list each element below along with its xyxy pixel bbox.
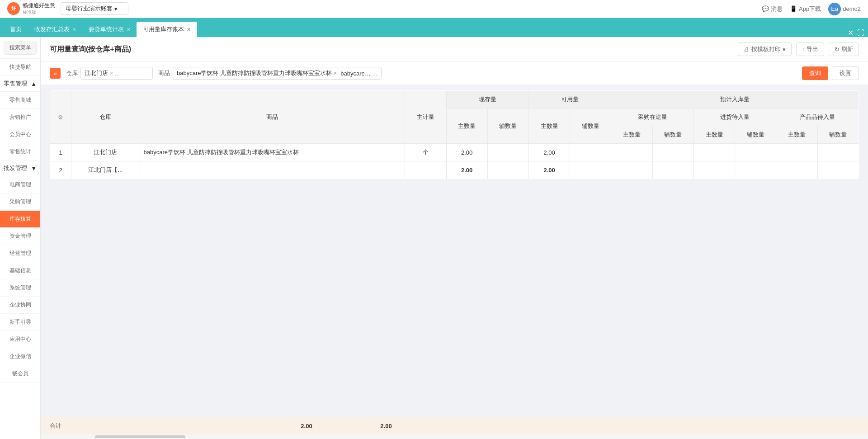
logo-text-block: 畅捷通好生意 标准版 (23, 2, 55, 15)
tab-可用量库存账本[interactable]: 可用量库存账本 × (137, 22, 197, 37)
sidebar-search-area: 搜索菜单 (0, 37, 40, 59)
product-input[interactable]: babycare学饮杯 儿童防摔防撞吸管杯重力球吸嘴杯宝宝水杯 × babyca… (173, 67, 382, 80)
th-in-aux: 辅数量 (735, 126, 776, 144)
settings-icon[interactable]: ⚙ (58, 114, 63, 121)
tab-home[interactable]: 首页 (4, 22, 28, 37)
footer-avail-main: 2.00 (368, 423, 404, 430)
product-tag1-close[interactable]: × (334, 70, 337, 76)
sidebar-item-资金管理[interactable]: 资金管理 (0, 228, 40, 245)
warehouse-more[interactable]: ... (115, 70, 120, 77)
product-tag2: babycare… (340, 70, 370, 77)
th-pt-aux: 辅数量 (652, 126, 693, 144)
th-planned-in: 预计入库量 (611, 91, 859, 109)
tab-要货单统计表[interactable]: 要货单统计表 × (82, 22, 137, 37)
th-settings[interactable]: ⚙ (50, 91, 71, 144)
logo-icon: 好 (7, 2, 20, 15)
product-value2: babycare… (340, 70, 370, 77)
th-avail-aux: 辅数量 (570, 109, 611, 144)
th-warehouse: 仓库 (71, 91, 140, 144)
cell-pp-aux (817, 161, 859, 179)
user-area[interactable]: Ea demo2 (828, 3, 861, 15)
warehouse-input[interactable]: 江北门店 × ... (80, 67, 153, 80)
message-label: 消息 (771, 5, 783, 13)
sidebar-item-零售商城[interactable]: 零售商城 (0, 92, 40, 109)
sidebar-item-新手引导[interactable]: 新手引导 (0, 314, 40, 331)
product-tag1: babycare学饮杯 儿童防摔防撞吸管杯重力球吸嘴杯宝宝水杯 × (177, 69, 337, 77)
th-product-pending: 产品品待入量 (776, 109, 859, 126)
table-row: 1 江北门店 babycare学饮杯 儿童防摔防撞吸管杯重力球吸嘴杯宝宝水杯 个… (50, 144, 859, 161)
sidebar-item-基础信息[interactable]: 基础信息 (0, 262, 40, 279)
page-title: 可用量查询(按仓库+商品) (50, 45, 131, 54)
cell-current-main: 2.00 (446, 161, 487, 179)
maximize-btn[interactable]: ⛶ (857, 29, 864, 37)
sidebar-item-经营管理[interactable]: 经营管理 (0, 245, 40, 262)
sidebar-item-企业协同[interactable]: 企业协同 (0, 297, 40, 314)
phone-icon: 📱 (790, 5, 797, 12)
sidebar-item-营销推广[interactable]: 营销推广 (0, 109, 40, 126)
cell-pp-main (776, 144, 817, 161)
tab-bar-right: ✕ ⛶ (848, 28, 868, 37)
sidebar-item-采购管理[interactable]: 采购管理 (0, 194, 40, 211)
cell-index: 1 (50, 144, 71, 161)
th-product: 商品 (140, 91, 405, 144)
settings-label: 设置 (840, 70, 851, 76)
horizontal-scrollbar[interactable] (41, 434, 868, 439)
query-btn[interactable]: 查询 (802, 66, 828, 80)
message-btn[interactable]: 💬 消息 (762, 5, 783, 13)
data-table: ⚙ 仓库 商品 主计量 现存量 可用量 预计入库量 主数量 辅数量 主数量 辅数… (50, 90, 859, 179)
user-name: demo2 (843, 5, 861, 12)
refresh-btn[interactable]: ↻ 刷新 (829, 42, 859, 56)
sidebar-item-电商管理[interactable]: 电商管理 (0, 176, 40, 194)
th-pp-main: 主数量 (776, 126, 817, 144)
th-in-main: 主数量 (693, 126, 735, 144)
sidebar-item-应用中心[interactable]: 应用中心 (0, 331, 40, 348)
table-footer: 合计 2.00 2.00 (41, 417, 868, 434)
scrollbar-thumb[interactable] (95, 435, 185, 438)
warehouse-tag-close[interactable]: × (110, 70, 113, 76)
product-more[interactable]: ... (373, 70, 377, 77)
cell-avail-aux (570, 144, 611, 161)
sidebar-item-畅会员[interactable]: 畅会员 (0, 365, 40, 382)
search-menu-btn[interactable]: 搜索菜单 (4, 41, 37, 55)
sidebar-item-零售统计[interactable]: 零售统计 (0, 143, 40, 160)
industry-select[interactable]: 母婴行业演示账套 ▾ (61, 2, 128, 15)
tab-收发存汇总表[interactable]: 收发存汇总表 × (28, 22, 82, 37)
app-download-btn[interactable]: 📱 App下载 (790, 5, 821, 13)
sidebar-item-零售管理[interactable]: 零售管理 ▲ (0, 76, 40, 92)
th-available: 可用量 (528, 91, 611, 109)
sidebar-item-企业微信[interactable]: 企业微信 (0, 348, 40, 365)
th-pt-main: 主数量 (611, 126, 652, 144)
print-btn[interactable]: 🖨 按模板打印 ▾ (738, 42, 792, 56)
cell-avail-aux (570, 161, 611, 179)
sidebar-item-库存核算[interactable]: 库存核算 (0, 211, 40, 228)
cell-pt-aux (652, 161, 693, 179)
tab-close-icon[interactable]: × (72, 26, 76, 33)
tab-label: 收发存汇总表 (34, 25, 70, 33)
warehouse-label: 仓库 (66, 69, 78, 77)
tab-close-icon[interactable]: × (187, 26, 190, 33)
export-icon: ↑ (802, 46, 805, 53)
logo-sub: 标准版 (23, 9, 55, 15)
product-filter-group: 商品 babycare学饮杯 儿童防摔防撞吸管杯重力球吸嘴杯宝宝水杯 × bab… (158, 67, 382, 80)
export-btn[interactable]: ↑ 导出 (796, 42, 825, 56)
chevron-down-icon: ▼ (31, 165, 37, 172)
filter-toggle-btn[interactable]: » (50, 68, 61, 79)
product-label: 商品 (158, 69, 170, 77)
filter-actions: 查询 设置 (802, 66, 859, 80)
th-unit: 主计量 (405, 91, 446, 144)
sidebar-item-系统管理[interactable]: 系统管理 (0, 279, 40, 297)
tab-close-icon[interactable]: × (127, 26, 130, 33)
warehouse-filter-group: 仓库 江北门店 × ... (66, 67, 153, 80)
table-row: 2 江北门店【... 2.00 2.00 (50, 161, 859, 179)
tab-label: 要货单统计表 (89, 25, 124, 33)
tab-bar: 首页 收发存汇总表 × 要货单统计表 × 可用量库存账本 × ✕ ⛶ (0, 18, 868, 37)
cell-pp-aux (817, 144, 859, 161)
top-bar-left: 好 畅捷通好生意 标准版 母婴行业演示账套 ▾ (7, 2, 128, 15)
settings-btn[interactable]: 设置 (832, 66, 859, 80)
sidebar-item-会员中心[interactable]: 会员中心 (0, 126, 40, 143)
cell-current-aux (487, 161, 528, 179)
refresh-icon: ↻ (835, 46, 840, 53)
sidebar-item-批发管理[interactable]: 批发管理 ▼ (0, 160, 40, 176)
close-all-btn[interactable]: ✕ (848, 28, 854, 37)
sidebar-item-快捷导航[interactable]: 快捷导航 (0, 59, 40, 76)
